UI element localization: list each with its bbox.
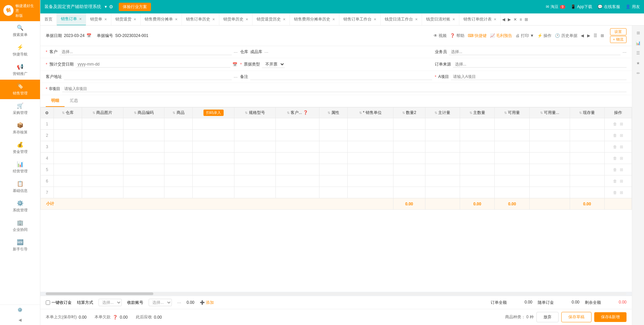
- row-4-attribute[interactable]: [319, 153, 347, 164]
- discard-button[interactable]: 放弃: [536, 312, 559, 322]
- tab-detail[interactable]: 明细: [46, 95, 65, 107]
- row-7-product[interactable]: [164, 187, 193, 198]
- additem-button[interactable]: + 物流: [610, 36, 627, 43]
- tab-order-workbench[interactable]: 销售订单工作台 ✕: [339, 13, 381, 26]
- list-view-icon[interactable]: ☰: [594, 33, 597, 38]
- row-7-copy[interactable]: ⊞: [620, 190, 623, 195]
- tab-order-history-close[interactable]: ✕: [212, 17, 215, 21]
- warehouse-value[interactable]: 成品库: [250, 49, 262, 55]
- row-7-qty2[interactable]: [393, 187, 425, 198]
- row-5-product[interactable]: [164, 164, 193, 175]
- row-4-main-unit[interactable]: [425, 153, 460, 164]
- tab-cash-reconcile[interactable]: 钱货日清对账 ✕: [422, 13, 459, 26]
- row-6-stock[interactable]: [570, 175, 604, 187]
- module-dropdown-icon[interactable]: ▼: [104, 5, 108, 9]
- sidebar-item-system[interactable]: ⚙️ 系统管理: [0, 197, 40, 216]
- row-1-sales-unit[interactable]: [347, 118, 393, 130]
- row-7-main-qty[interactable]: [460, 187, 495, 198]
- remark-input[interactable]: [250, 74, 432, 80]
- right-panel-table-icon[interactable]: ⊞: [634, 28, 643, 38]
- tab-sales-return-close[interactable]: ✕: [104, 17, 107, 21]
- tab-expand[interactable]: ⊞: [523, 17, 529, 22]
- account-select[interactable]: 选择...: [149, 299, 172, 306]
- row-5-main-unit[interactable]: [425, 164, 460, 175]
- tab-return-history-close[interactable]: ✕: [245, 17, 248, 21]
- row-6-delete[interactable]: 🗑: [613, 179, 617, 184]
- row-7-code[interactable]: [123, 187, 164, 198]
- row-6-code[interactable]: [123, 175, 164, 187]
- row-6-copy[interactable]: ⊞: [620, 179, 623, 184]
- row-5-warehouse[interactable]: [53, 164, 82, 175]
- sidebar-settings[interactable]: ⚙️: [0, 305, 40, 315]
- row-7-warehouse[interactable]: [53, 187, 82, 198]
- row-1-stock[interactable]: [570, 118, 604, 130]
- row-7-available[interactable]: [495, 187, 529, 198]
- address-more-btn[interactable]: ···: [234, 74, 238, 80]
- row-6-attribute[interactable]: [319, 175, 347, 187]
- row-2-copy[interactable]: ⊞: [620, 133, 623, 138]
- salesperson-more-btn[interactable]: ···: [622, 49, 627, 55]
- row-2-qty2[interactable]: [393, 130, 425, 141]
- view-action[interactable]: 👁 视频: [433, 33, 447, 39]
- row-6-qty2[interactable]: [393, 175, 425, 187]
- account-more-btn[interactable]: ···: [177, 300, 181, 305]
- save-new-button[interactable]: 保存&新增: [594, 312, 627, 322]
- row-5-sales-unit[interactable]: [347, 164, 393, 175]
- right-panel-edit-icon[interactable]: ✏: [634, 69, 643, 78]
- row-5-customer-code[interactable]: [276, 164, 319, 175]
- delivery-input[interactable]: [76, 61, 231, 68]
- customer-more-btn[interactable]: ···: [234, 49, 238, 55]
- sidebar-item-marketing[interactable]: 📢 营销推广: [0, 60, 40, 80]
- tab-cash-workbench[interactable]: 钱货日清工作台 ✕: [381, 13, 422, 26]
- profit-action[interactable]: 📈 毛利预告: [490, 33, 512, 39]
- help-action[interactable]: ❓ 帮助: [450, 33, 464, 39]
- shortcut-action[interactable]: ⌨ 快捷键: [468, 33, 487, 39]
- row-4-code[interactable]: [123, 153, 164, 164]
- row-4-main-qty[interactable]: [460, 153, 495, 164]
- row-5-available[interactable]: [495, 164, 529, 175]
- row-4-sales-unit[interactable]: [347, 153, 393, 164]
- row-1-qty2[interactable]: [393, 118, 425, 130]
- row-2-product[interactable]: [164, 130, 193, 141]
- row-4-product[interactable]: [164, 153, 193, 164]
- table-scrollbar-thumb[interactable]: [46, 292, 153, 295]
- tab-sales-back-close[interactable]: ✕: [134, 17, 136, 21]
- row-3-main-qty[interactable]: [460, 141, 495, 153]
- one-click-input[interactable]: [46, 300, 50, 305]
- sidebar-item-newguide[interactable]: 🆕 新手引导: [0, 236, 40, 255]
- tab-sales-back[interactable]: 销货退货 ✕: [111, 13, 141, 26]
- tab-menu[interactable]: ≡: [518, 17, 523, 22]
- tab-order-history[interactable]: 销售订单历史 ✕: [182, 13, 219, 26]
- row-3-qty2[interactable]: [393, 141, 425, 153]
- tab-sales-order-close[interactable]: ✕: [79, 17, 82, 21]
- tab-sales-stats-close[interactable]: ✕: [494, 17, 496, 21]
- sidebar-item-operations[interactable]: 📊 经营管理: [0, 158, 40, 177]
- row-3-attribute[interactable]: [319, 141, 347, 153]
- grid-view-icon[interactable]: ⊞: [601, 33, 604, 38]
- tab-expense-history[interactable]: 销售费用分摊单历史 ✕: [290, 13, 339, 26]
- row-6-main-unit[interactable]: [425, 175, 460, 187]
- row-2-sales-unit[interactable]: [347, 130, 393, 141]
- add-link[interactable]: ➕ 添加: [200, 300, 214, 306]
- operate-action[interactable]: ⚡ 操作: [537, 33, 552, 39]
- salesperson-input[interactable]: [449, 49, 621, 55]
- scan-button[interactable]: 扫码录入: [203, 110, 224, 116]
- tab-back-history[interactable]: 销货退货历史 ✕: [253, 13, 290, 26]
- row-3-spec[interactable]: [234, 141, 276, 153]
- row-3-stock[interactable]: [570, 141, 604, 153]
- row-7-spec[interactable]: [234, 187, 276, 198]
- tab-next[interactable]: ▶: [506, 17, 512, 22]
- row-1-warehouse[interactable]: [53, 118, 82, 130]
- row-1-copy[interactable]: ⊞: [620, 122, 623, 126]
- solution-button[interactable]: 体验行业方案: [119, 3, 151, 11]
- customer-input[interactable]: [60, 49, 232, 55]
- row-6-warehouse[interactable]: [53, 175, 82, 187]
- a-project-input[interactable]: [451, 74, 627, 80]
- tab-close-all[interactable]: ✕: [512, 17, 518, 22]
- service-item[interactable]: 💬 在线客服: [598, 4, 620, 10]
- row-4-qty2[interactable]: [393, 153, 425, 164]
- row-2-warehouse[interactable]: [53, 130, 82, 141]
- col-gear[interactable]: ⚙: [41, 108, 54, 118]
- row-2-attribute[interactable]: [319, 130, 347, 141]
- row-2-main-unit[interactable]: [425, 130, 460, 141]
